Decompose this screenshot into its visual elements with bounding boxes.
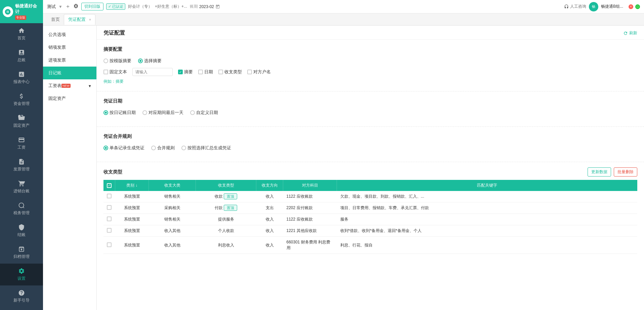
- sidebar-item-closeaccount[interactable]: 结账: [0, 220, 43, 242]
- income-section: 收支类型 更新数据 批量删除 ✓ 类别 ↓ 收支大类: [97, 162, 644, 261]
- table-header-type: 收支类型: [196, 180, 256, 191]
- update-data-button[interactable]: 更新数据: [588, 167, 611, 177]
- radio-circle-single: [103, 146, 108, 150]
- sidebar-item-guide[interactable]: 新手引导: [0, 285, 43, 307]
- checkbox-box-income-type: [218, 70, 223, 74]
- radio-circle-select: [138, 59, 143, 63]
- merge-section-title: 凭证合并规则: [103, 133, 637, 140]
- left-panel-item-purchase-invoice[interactable]: 进项发票: [43, 54, 96, 67]
- table-header-category: 类别 ↓: [115, 180, 149, 191]
- radio-custom-date[interactable]: 自定义日期: [190, 110, 218, 116]
- date-radio-group: 按日记账日期 对应期间最后一天 自定义日期: [103, 110, 637, 116]
- sidebar-item-invoice[interactable]: 发票管理: [0, 154, 43, 176]
- radio-single-record[interactable]: 单条记录生成凭证: [103, 145, 144, 151]
- left-panel-item-fixed-asset[interactable]: 固定资产: [43, 92, 96, 105]
- topbar-dropdown-arrow[interactable]: ▼: [58, 4, 62, 9]
- table-row: 系统预置采购相关付款 置顶支出2202 应付账款项目、日常费用、报销款、车费、承…: [103, 202, 637, 214]
- radio-diary-date[interactable]: 按日记账日期: [103, 110, 136, 116]
- left-panel-item-diary[interactable]: 日记账: [43, 67, 96, 79]
- sidebar-item-report[interactable]: 报表中心: [0, 67, 43, 89]
- left-panel: 公共选项 销项发票 进项发票 日记账 工资表 NEW ▾ 固定资产: [43, 26, 97, 310]
- radio-summary-generate[interactable]: 按照选择汇总生成凭证: [181, 145, 231, 151]
- sidebar-item-asset[interactable]: 固定资产: [0, 111, 43, 132]
- fixed-text-input[interactable]: [132, 68, 173, 76]
- checkbox-date[interactable]: 日期: [198, 69, 213, 75]
- refresh-button[interactable]: 刷新: [623, 30, 637, 36]
- table-row: 系统预置销售相关提供服务收入1122 应收账款服务: [103, 214, 637, 225]
- table-header-keyword: 匹配关键字: [337, 180, 638, 191]
- checkbox-counterpart-name[interactable]: 对方户名: [247, 69, 271, 75]
- logo-icon: [3, 6, 13, 17]
- table-select-all-checkbox[interactable]: ✓: [107, 183, 112, 188]
- topbar-title: 测试: [47, 4, 56, 10]
- checkbox-fixed-text[interactable]: 固定文本: [103, 69, 127, 75]
- tab-close-icon[interactable]: ×: [89, 17, 91, 22]
- checkbox-income-type[interactable]: 收支类型: [218, 69, 242, 75]
- new-badge: NEW: [61, 84, 71, 88]
- radio-period-last-day[interactable]: 对应期间最后一天: [142, 110, 183, 116]
- sidebar-item-ledger[interactable]: 总账: [0, 45, 43, 67]
- tab-bar: 首页 凭证配置 ×: [43, 13, 644, 26]
- summary-radio-group: 按模版摘要 选择摘要: [103, 58, 637, 64]
- checkbox-summary[interactable]: ✓ 摘要: [178, 69, 193, 75]
- window-maximize-button[interactable]: □: [635, 4, 640, 9]
- merge-section: 凭证合并规则 单条记录生成凭证 合并规则 按照选择汇总生成凭证: [97, 127, 644, 162]
- switch-version-button[interactable]: 切到旧版: [81, 3, 103, 10]
- content-wrapper: 公共选项 销项发票 进项发票 日记账 工资表 NEW ▾ 固定资产: [43, 26, 644, 310]
- sidebar-item-archive[interactable]: 归档管理: [0, 242, 43, 264]
- tab-home[interactable]: 首页: [47, 14, 64, 25]
- left-panel-item-salary[interactable]: 工资表 NEW ▾: [43, 79, 96, 92]
- table-row: 系统预置收入其他利息收入收入660301 财务费用 利息费用利息、行花、报自: [103, 237, 637, 254]
- income-table: ✓ 类别 ↓ 收支大类 收支类型 收支方向 对方科目 匹配关键字 系: [103, 180, 637, 254]
- sidebar-item-tax[interactable]: 税务管理: [0, 198, 43, 220]
- topbar-add-button[interactable]: ＋: [65, 3, 71, 10]
- income-section-title: 收支类型: [103, 169, 585, 175]
- table-row: 系统预置销售相关收款 置顶收入1122 应收账款欠款、现金、项目款、到款、报销款…: [103, 191, 637, 202]
- left-panel-item-sales-invoice[interactable]: 销项发票: [43, 41, 96, 54]
- window-controls: × □: [629, 4, 640, 9]
- radio-template-summary[interactable]: 按模版摘要: [103, 58, 131, 64]
- reset-tag-0[interactable]: 置顶: [224, 193, 237, 199]
- topbar: 测试 ▼ ＋ 切到旧版 ✓ 已认证 好会计（专） +好生意（标）+... 账期 …: [43, 0, 644, 13]
- radio-circle-last-day: [142, 110, 147, 115]
- row-checkbox-1[interactable]: [107, 205, 112, 210]
- row-checkbox-0[interactable]: [107, 194, 112, 198]
- sidebar-item-settings[interactable]: 设置: [0, 264, 43, 285]
- sidebar: 畅捷通好会计 专业版 首页 总账 报表中心 资金管理 固定资产 工资: [0, 0, 43, 310]
- sidebar-item-fund[interactable]: 资金管理: [0, 89, 43, 111]
- checkbox-box-summary: ✓: [178, 70, 183, 74]
- table-header-row: 收支类型 更新数据 批量删除: [103, 162, 637, 177]
- row-checkbox-3[interactable]: [107, 228, 112, 233]
- radio-circle-summary-gen: [181, 146, 186, 150]
- radio-circle-template: [103, 59, 108, 63]
- date-section-title: 凭证日期: [103, 98, 637, 104]
- sidebar-item-home[interactable]: 首页: [0, 23, 43, 45]
- reset-tag-1[interactable]: 置顶: [224, 205, 237, 211]
- example-text: 例如：摘要: [103, 79, 637, 84]
- service-button[interactable]: 人工咨询: [564, 4, 586, 9]
- logo-text: 畅捷通好会计 专业版: [15, 3, 40, 20]
- business-tag: +好生意（标）+...: [155, 4, 187, 9]
- table-header-major: 收支大类: [149, 180, 196, 191]
- app-logo: 畅捷通好会计 专业版: [0, 0, 43, 23]
- page-header: 凭证配置 刷新: [97, 26, 644, 40]
- topbar-right: 人工咨询 畅 畅捷通B组... × □: [564, 2, 640, 11]
- row-checkbox-2[interactable]: [107, 217, 112, 221]
- certified-tag: ✓ 已认证: [106, 3, 125, 10]
- summary-checkbox-row: 固定文本 ✓ 摘要 日期 收支类型: [103, 68, 637, 76]
- checkbox-box-fixed: [103, 70, 108, 74]
- username-display: 畅捷通B组...: [601, 4, 623, 9]
- radio-merge-rule[interactable]: 合并规则: [151, 145, 175, 151]
- tab-voucher-config[interactable]: 凭证配置 ×: [64, 14, 95, 25]
- table-header-checkbox: ✓: [103, 180, 115, 191]
- batch-delete-button[interactable]: 批量删除: [614, 167, 637, 177]
- sidebar-item-salary[interactable]: 工资: [0, 132, 43, 154]
- topbar-settings-icon[interactable]: [73, 3, 79, 10]
- row-checkbox-4[interactable]: [107, 242, 112, 247]
- left-panel-item-public[interactable]: 公共选项: [43, 28, 96, 41]
- sidebar-item-purchase[interactable]: 进销台账: [0, 176, 43, 198]
- window-close-button[interactable]: ×: [629, 4, 633, 9]
- good-accounting-tag: 好会计（专）: [128, 4, 152, 9]
- sidebar-item-member[interactable]: 畅会员: [0, 307, 43, 310]
- radio-select-summary[interactable]: 选择摘要: [138, 58, 162, 64]
